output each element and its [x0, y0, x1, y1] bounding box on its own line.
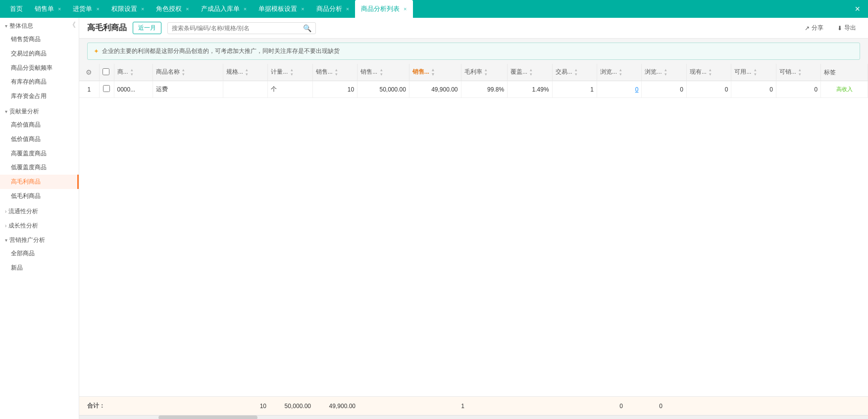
cell-current: 0 — [686, 81, 731, 98]
table-container: ⚙ 商... ▴▾ 商品名称 ▴▾ — [79, 64, 868, 396]
app-close-button[interactable]: × — [851, 4, 864, 14]
nav-product-analysis[interactable]: 商品分析 × — [310, 0, 355, 18]
cell-browse1: 0 — [597, 81, 642, 98]
arrow-down-marketing: ▾ — [5, 237, 7, 243]
nav-close-purchase[interactable]: × — [96, 0, 99, 18]
share-icon: ↗ — [805, 25, 810, 32]
nav-permission-settings[interactable]: 权限设置 × — [105, 0, 150, 18]
table-header-row: ⚙ 商... ▴▾ 商品名称 ▴▾ — [79, 64, 868, 81]
nav-template-settings[interactable]: 单据模板设置 × — [253, 0, 310, 18]
sidebar-section-growth[interactable]: › 成长性分析 — [0, 218, 79, 232]
cell-idx: 1 — [79, 81, 99, 98]
time-filter-button[interactable]: 近一月 — [133, 22, 161, 34]
sidebar-item-low-margin[interactable]: 低毛利商品 — [0, 189, 79, 203]
sidebar-item-low-value[interactable]: 低价值商品 — [0, 132, 79, 146]
cell-gross-rate: 99.8% — [461, 81, 508, 98]
footer-sales-cost: 49,900.00 — [314, 403, 358, 410]
col-trade: 交易... ▴▾ — [552, 64, 597, 81]
cell-cover: 1.49% — [508, 81, 552, 98]
sidebar-section-marketing[interactable]: ▾ 营销推广分析 — [0, 232, 79, 246]
footer-sales-qty: 10 — [230, 403, 269, 410]
col-name: 商品名称 ▴▾ — [153, 64, 223, 81]
sidebar-item-stock-capital[interactable]: 库存资金占用 — [0, 89, 79, 103]
sidebar-item-sales-goods[interactable]: 销售货商品 — [0, 32, 79, 47]
page-title: 高毛利商品 — [87, 23, 127, 33]
cell-code: 0000... — [114, 81, 153, 98]
col-current: 现有... ▴▾ — [686, 64, 731, 81]
col-gross-rate: 毛利率 ▴▾ — [461, 64, 508, 81]
sidebar-item-low-coverage[interactable]: 低覆盖度商品 — [0, 160, 79, 175]
cell-trade: 1 — [552, 81, 597, 98]
export-icon: ⬇ — [837, 25, 842, 32]
cell-sales-amt: 50,000.00 — [357, 81, 409, 98]
col-browse1: 浏览... ▴▾ — [597, 64, 642, 81]
cell-name: 运费 — [153, 81, 223, 98]
gear-icon[interactable]: ⚙ — [86, 68, 92, 76]
col-available: 可用... ▴▾ — [731, 64, 776, 81]
col-unit: 计量... ▴▾ — [268, 64, 312, 81]
nav-close-role[interactable]: × — [186, 0, 189, 18]
content-header: 高毛利商品 近一月 🔍 ↗ 分享 ⬇ 导出 — [79, 18, 868, 39]
col-tag: 标签 — [821, 64, 868, 81]
nav-home[interactable]: 首页 — [4, 0, 29, 18]
sidebar-collapse-button[interactable]: 《 — [69, 21, 76, 30]
nav-close-analysis-list[interactable]: × — [404, 0, 407, 18]
cell-sales-cost: 49,900.00 — [409, 81, 461, 98]
nav-close-permission[interactable]: × — [141, 0, 144, 18]
col-code: 商... ▴▾ — [114, 64, 153, 81]
nav-sales-order[interactable]: 销售单 × — [29, 0, 67, 18]
sidebar-item-new-goods[interactable]: 新品 — [0, 261, 79, 275]
col-sales-qty: 销售... ▴▾ — [312, 64, 357, 81]
sidebar-item-traded-goods[interactable]: 交易过的商品 — [0, 47, 79, 61]
arrow-right-liquidity: › — [5, 209, 6, 214]
select-all-checkbox[interactable] — [102, 68, 109, 75]
nav-close-sales[interactable]: × — [58, 0, 61, 18]
sidebar-section-overall[interactable]: ▾ 整体信息 — [0, 18, 79, 32]
col-spec: 规格... ▴▾ — [223, 64, 267, 81]
export-button[interactable]: ⬇ 导出 — [833, 22, 860, 34]
sidebar: 《 ▾ 整体信息 销售货商品 交易过的商品 商品分贡献频率 有库存的商品 库存资… — [0, 18, 79, 419]
col-browse2: 浏览... ▴▾ — [642, 64, 686, 81]
search-icon[interactable]: 🔍 — [303, 24, 311, 32]
sidebar-section-contribution[interactable]: ▾ 贡献量分析 — [0, 103, 79, 118]
data-table: ⚙ 商... ▴▾ 商品名称 ▴▾ — [79, 64, 868, 98]
arrow-down-contribution: ▾ — [5, 109, 7, 114]
cell-spec — [223, 81, 267, 98]
sidebar-item-in-stock[interactable]: 有库存的商品 — [0, 75, 79, 89]
sidebar-item-contribution-freq[interactable]: 商品分贡献频率 — [0, 61, 79, 75]
arrow-down-overall: ▾ — [5, 23, 7, 29]
nav-role-auth[interactable]: 角色授权 × — [150, 0, 195, 18]
nav-product-analysis-list[interactable]: 商品分析列表 × — [355, 0, 412, 18]
tag-badge: 高收入 — [836, 86, 853, 92]
nav-close-warehouse[interactable]: × — [244, 0, 247, 18]
nav-close-template[interactable]: × — [301, 0, 304, 18]
arrow-right-growth: › — [5, 223, 6, 229]
cell-available: 0 — [731, 81, 776, 98]
footer-sellable: 0 — [626, 403, 665, 410]
sidebar-item-high-coverage[interactable]: 高覆盖度商品 — [0, 146, 79, 161]
col-sales-amt: 销售... ▴▾ — [357, 64, 409, 81]
nav-purchase-order[interactable]: 进货单 × — [67, 0, 105, 18]
search-input[interactable] — [172, 25, 303, 32]
footer-trade: 1 — [428, 403, 467, 410]
col-sales-cost: 销售... ▴▾ — [409, 64, 461, 81]
sidebar-item-all-goods[interactable]: 全部商品 — [0, 246, 79, 261]
sidebar-item-high-margin[interactable]: 高毛利商品 — [0, 175, 79, 189]
nav-close-analysis[interactable]: × — [346, 0, 349, 18]
info-icon: ✦ — [94, 47, 99, 55]
col-cover: 覆盖... ▴▾ — [508, 64, 552, 81]
share-button[interactable]: ↗ 分享 — [801, 22, 827, 34]
sidebar-item-high-value[interactable]: 高价值商品 — [0, 118, 79, 132]
top-nav: 首页 销售单 × 进货单 × 权限设置 × 角色授权 × 产成品入库单 × 单据… — [0, 0, 868, 18]
row-checkbox[interactable] — [103, 85, 110, 92]
horizontal-scrollbar[interactable] — [79, 415, 868, 419]
sidebar-section-liquidity[interactable]: › 流通性分析 — [0, 203, 79, 218]
cell-unit: 个 — [268, 81, 312, 98]
table-footer: 合计： 10 50,000.00 49,900.00 1 0 0 — [79, 396, 868, 415]
scrollbar-thumb[interactable] — [158, 416, 257, 419]
nav-product-warehouse[interactable]: 产成品入库单 × — [195, 0, 253, 18]
content-area: 高毛利商品 近一月 🔍 ↗ 分享 ⬇ 导出 ✦ 企业的主要的利润都是这部分商品创… — [79, 18, 868, 419]
browse1-link[interactable]: 0 — [635, 86, 639, 93]
main-layout: 《 ▾ 整体信息 销售货商品 交易过的商品 商品分贡献频率 有库存的商品 库存资… — [0, 18, 868, 419]
cell-browse2: 0 — [642, 81, 686, 98]
